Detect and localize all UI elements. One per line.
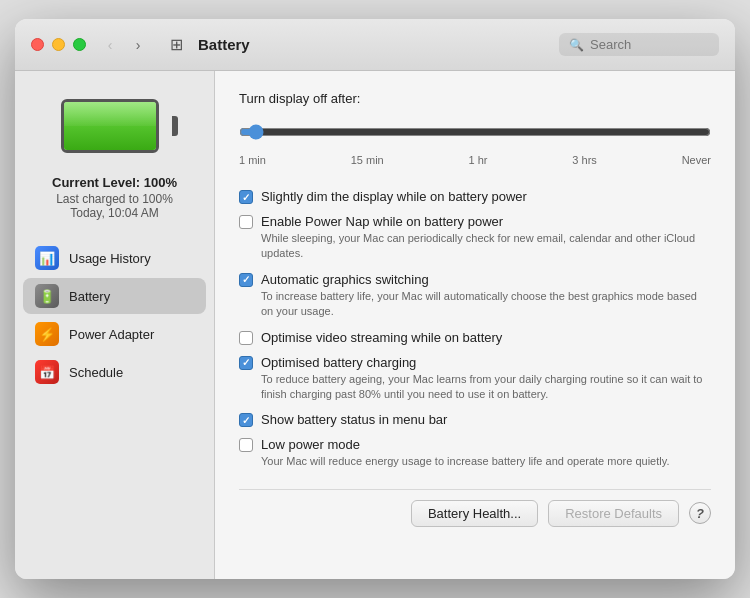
usage-history-icon: 📊 (35, 246, 59, 270)
power-adapter-label: Power Adapter (69, 327, 154, 342)
sidebar-nav: 📊 Usage History 🔋 Battery ⚡ Power Adapte… (15, 240, 214, 392)
schedule-label: Schedule (69, 365, 123, 380)
battery-graphic (61, 99, 169, 153)
sidebar-item-battery[interactable]: 🔋 Battery (23, 278, 206, 314)
app-grid-icon[interactable]: ⊞ (162, 31, 190, 59)
traffic-lights (31, 38, 86, 51)
battery-charged-label: Last charged to 100% (52, 192, 177, 206)
option-low-power: Low power mode Your Mac will reduce ener… (239, 432, 711, 474)
window-title: Battery (198, 36, 559, 53)
battery-nav-label: Battery (69, 289, 110, 304)
content-area: Current Level: 100% Last charged to 100%… (15, 71, 735, 579)
option-power-nap-desc: While sleeping, your Mac can periodicall… (261, 231, 711, 262)
usage-history-label: Usage History (69, 251, 151, 266)
sidebar-item-usage-history[interactable]: 📊 Usage History (23, 240, 206, 276)
display-off-slider[interactable] (239, 124, 711, 140)
footer: Battery Health... Restore Defaults ? (239, 489, 711, 527)
option-low-power-text: Low power mode Your Mac will reduce ener… (261, 437, 711, 469)
close-button[interactable] (31, 38, 44, 51)
schedule-icon: 📅 (35, 360, 59, 384)
option-optimised-charging: Optimised battery charging To reduce bat… (239, 350, 711, 408)
checkbox-power-nap[interactable] (239, 215, 253, 229)
option-auto-graphics-label: Automatic graphics switching (261, 272, 711, 287)
sidebar-item-power-adapter[interactable]: ⚡ Power Adapter (23, 316, 206, 352)
forward-button[interactable]: › (126, 33, 150, 57)
option-video-streaming-label: Optimise video streaming while on batter… (261, 330, 711, 345)
option-show-menu-bar: Show battery status in menu bar (239, 407, 711, 432)
option-auto-graphics: Automatic graphics switching To increase… (239, 267, 711, 325)
option-optimised-charging-label: Optimised battery charging (261, 355, 711, 370)
battery-nav-icon: 🔋 (35, 284, 59, 308)
option-optimised-charging-text: Optimised battery charging To reduce bat… (261, 355, 711, 403)
option-power-nap-text: Enable Power Nap while on battery power … (261, 214, 711, 262)
option-low-power-label: Low power mode (261, 437, 711, 452)
back-button[interactable]: ‹ (98, 33, 122, 57)
option-low-power-desc: Your Mac will reduce energy usage to inc… (261, 454, 711, 469)
battery-info: Current Level: 100% Last charged to 100%… (52, 175, 177, 220)
sidebar-item-schedule[interactable]: 📅 Schedule (23, 354, 206, 390)
option-dim-display-text: Slightly dim the display while on batter… (261, 189, 711, 204)
checkbox-auto-graphics[interactable] (239, 273, 253, 287)
help-button[interactable]: ? (689, 502, 711, 524)
checkbox-show-menu-bar[interactable] (239, 413, 253, 427)
battery-health-button[interactable]: Battery Health... (411, 500, 538, 527)
option-dim-display-label: Slightly dim the display while on batter… (261, 189, 711, 204)
display-off-slider-container: 1 min 15 min 1 hr 3 hrs Never (239, 116, 711, 180)
main-panel: Turn display off after: 1 min 15 min 1 h… (215, 71, 735, 579)
minimize-button[interactable] (52, 38, 65, 51)
battery-terminal (172, 116, 178, 136)
search-icon: 🔍 (569, 38, 584, 52)
fullscreen-button[interactable] (73, 38, 86, 51)
option-show-menu-bar-text: Show battery status in menu bar (261, 412, 711, 427)
battery-body (61, 99, 159, 153)
option-dim-display: Slightly dim the display while on batter… (239, 184, 711, 209)
power-adapter-icon: ⚡ (35, 322, 59, 346)
slider-ticks: 1 min 15 min 1 hr 3 hrs Never (239, 154, 711, 166)
battery-level-label: Current Level: 100% (52, 175, 177, 190)
tick-1hr: 1 hr (469, 154, 488, 166)
slider-section-title: Turn display off after: (239, 91, 711, 106)
option-power-nap: Enable Power Nap while on battery power … (239, 209, 711, 267)
battery-sheen (64, 102, 156, 126)
nav-arrows: ‹ › (98, 33, 150, 57)
search-input[interactable] (590, 37, 710, 52)
checkbox-video-streaming[interactable] (239, 331, 253, 345)
tick-15min: 15 min (351, 154, 384, 166)
option-optimised-charging-desc: To reduce battery ageing, your Mac learn… (261, 372, 711, 403)
main-window: ‹ › ⊞ Battery 🔍 (15, 19, 735, 579)
battery-fill (64, 102, 156, 150)
checkbox-low-power[interactable] (239, 438, 253, 452)
tick-3hrs: 3 hrs (572, 154, 596, 166)
option-video-streaming: Optimise video streaming while on batter… (239, 325, 711, 350)
option-video-streaming-text: Optimise video streaming while on batter… (261, 330, 711, 345)
option-power-nap-label: Enable Power Nap while on battery power (261, 214, 711, 229)
battery-time-label: Today, 10:04 AM (52, 206, 177, 220)
tick-1min: 1 min (239, 154, 266, 166)
checkbox-dim-display[interactable] (239, 190, 253, 204)
options-list: Slightly dim the display while on batter… (239, 184, 711, 475)
sidebar: Current Level: 100% Last charged to 100%… (15, 71, 215, 579)
option-auto-graphics-desc: To increase battery life, your Mac will … (261, 289, 711, 320)
restore-defaults-button[interactable]: Restore Defaults (548, 500, 679, 527)
option-show-menu-bar-label: Show battery status in menu bar (261, 412, 711, 427)
option-auto-graphics-text: Automatic graphics switching To increase… (261, 272, 711, 320)
checkbox-optimised-charging[interactable] (239, 356, 253, 370)
battery-icon-container (55, 91, 175, 161)
titlebar: ‹ › ⊞ Battery 🔍 (15, 19, 735, 71)
tick-never: Never (682, 154, 711, 166)
search-bar[interactable]: 🔍 (559, 33, 719, 56)
